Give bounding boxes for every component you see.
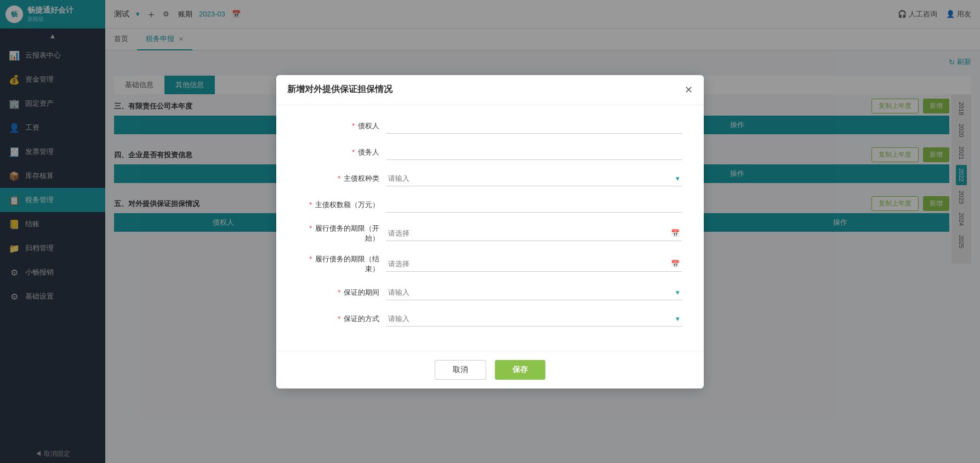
form-label-zhaiwuren: * 债务人	[298, 147, 386, 157]
form-label-zhaiquanren: * 债权人	[298, 121, 386, 131]
save-button[interactable]: 保存	[495, 360, 545, 380]
input-lvxing-start[interactable]	[386, 226, 671, 241]
form-label-lvxing-start: * 履行债务的期限（开始）	[298, 224, 386, 243]
form-row-zhaiwuren: * 债务人	[298, 145, 682, 160]
dialog-body: * 债权人 * 债务人 * 主债权种类	[276, 105, 704, 351]
form-label-zhudaiquanshoue: * 主债权数额（万元）	[298, 200, 386, 210]
dialog-header: 新增对外提供保证担保情况 ✕	[276, 75, 704, 105]
form-row-zhudaiquanzhonglei: * 主债权种类 ▾	[298, 171, 682, 186]
input-baozheng-period[interactable]	[386, 285, 676, 300]
dropdown-arrow-baozheng-fangshi[interactable]: ▾	[676, 315, 680, 323]
input-zhudaiquanzhonglei[interactable]	[386, 171, 676, 186]
dialog-footer: 取消 保存	[276, 351, 704, 388]
form-row-lvxing-start: * 履行债务的期限（开始） 📅	[298, 224, 682, 243]
input-zhudaiquanshoue[interactable]	[386, 197, 682, 213]
dropdown-arrow-zhudaiquanzhonglei[interactable]: ▾	[676, 174, 680, 182]
dialog-close-button[interactable]: ✕	[685, 84, 693, 96]
input-zhaiwuren[interactable]	[386, 145, 682, 160]
calendar-icon-lvxing-end[interactable]: 📅	[671, 260, 680, 268]
form-row-zhaiquanren: * 债权人	[298, 118, 682, 134]
select-wrap-zhudaiquanzhonglei: ▾	[386, 171, 682, 186]
date-wrap-lvxing-start: 📅	[386, 226, 682, 241]
form-row-baozheng-period: * 保证的期间 ▾	[298, 285, 682, 300]
cancel-button[interactable]: 取消	[435, 360, 486, 380]
date-wrap-lvxing-end: 📅	[386, 256, 682, 272]
dialog: 新增对外提供保证担保情况 ✕ * 债权人 * 债务人	[276, 75, 704, 388]
select-wrap-baozheng-fangshi: ▾	[386, 311, 682, 327]
form-row-zhudaiquanshoue: * 主债权数额（万元）	[298, 197, 682, 213]
form-row-lvxing-end: * 履行债务的期限（结束） 📅	[298, 254, 682, 274]
input-lvxing-end[interactable]	[386, 256, 671, 271]
dropdown-arrow-baozheng-period[interactable]: ▾	[676, 288, 680, 296]
dialog-title: 新增对外提供保证担保情况	[287, 84, 392, 95]
form-label-baozheng-period: * 保证的期间	[298, 288, 386, 298]
form-label-zhudaiquanzhonglei: * 主债权种类	[298, 174, 386, 184]
form-label-lvxing-end: * 履行债务的期限（结束）	[298, 254, 386, 274]
input-baozheng-fangshi[interactable]	[386, 311, 676, 326]
calendar-icon-lvxing-start[interactable]: 📅	[671, 229, 680, 237]
dialog-overlay: 新增对外提供保证担保情况 ✕ * 债权人 * 债务人	[0, 0, 980, 463]
form-row-baozheng-fangshi: * 保证的方式 ▾	[298, 311, 682, 327]
select-wrap-baozheng-period: ▾	[386, 285, 682, 300]
form-label-baozheng-fangshi: * 保证的方式	[298, 314, 386, 324]
input-zhaiquanren[interactable]	[386, 118, 682, 134]
